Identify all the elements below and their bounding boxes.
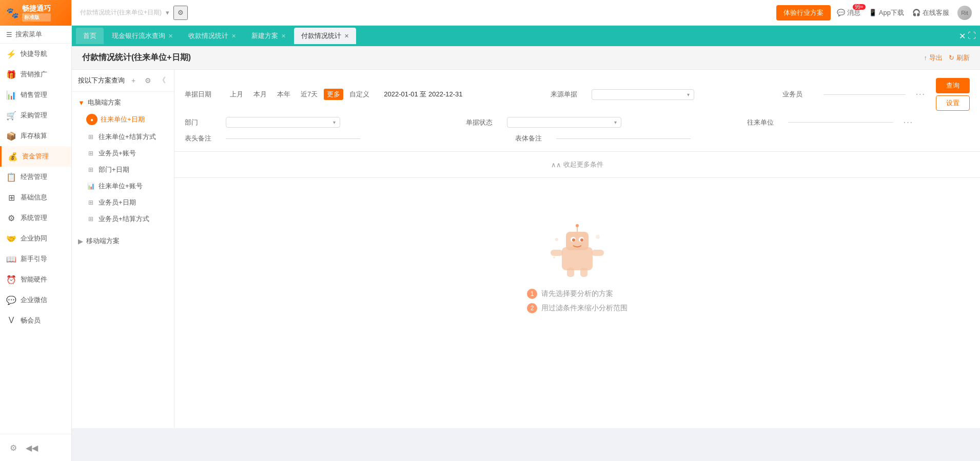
sidebar-item-business[interactable]: 📋 经营管理 xyxy=(0,167,71,187)
sidebar-item-vip[interactable]: V 畅会员 xyxy=(0,310,71,331)
svg-rect-1 xyxy=(566,232,589,250)
sidebar-item-finance[interactable]: 💰 资金管理 xyxy=(0,146,71,167)
sidebar-item-inventory[interactable]: 📦 库存核算 xyxy=(0,126,71,146)
svg-point-14 xyxy=(553,256,555,258)
sidebar-item-label: 畅会员 xyxy=(21,316,41,325)
tab-bank[interactable]: 现金银行流水查询 ✕ xyxy=(105,28,180,44)
app-download-btn[interactable]: 📱 App下载 xyxy=(869,8,904,17)
mobile-scheme-group-header[interactable]: ▶ 移动端方案 xyxy=(72,233,174,249)
tab-payment[interactable]: 付款情况统计 ✕ xyxy=(294,28,356,44)
panel-header: 按以下方案查询 + ⚙ 《 xyxy=(72,70,174,92)
tab-new-plan[interactable]: 新建方案 ✕ xyxy=(244,28,293,44)
collapse-btn[interactable]: ∧∧ 收起更多条件 xyxy=(541,156,614,173)
filter-settings-btn[interactable]: 设置 xyxy=(936,95,970,111)
dept-select[interactable]: ▾ xyxy=(226,117,340,128)
this-year-btn[interactable]: 本年 xyxy=(273,89,295,100)
tab-bank-close-icon[interactable]: ✕ xyxy=(168,33,173,39)
empty-state: 1 请先选择要分析的方案 2 用过滤条件来缩小分析范围 xyxy=(174,178,980,354)
pc-scheme-group-header[interactable]: ▼ 电脑端方案 xyxy=(72,95,174,110)
dropdown-arrow-icon[interactable]: ▾ xyxy=(166,9,169,16)
chevron-down-icon: ▼ xyxy=(78,99,85,107)
tab-bar-actions: ✕ ⛶ xyxy=(959,31,976,41)
sidebar-item-basic[interactable]: ⊞ 基础信息 xyxy=(0,187,71,208)
sidebar: 🐾 畅捷通巧 标准版 ☰ 搜索菜单 ⚡ 快捷导航 🎁 营销推广 📊 销售管理 🛒… xyxy=(0,0,72,461)
last-month-btn[interactable]: 上月 xyxy=(226,89,247,100)
scheme-item-salesman-date[interactable]: ⊞ 业务员+日期 xyxy=(72,194,174,211)
sidebar-settings-btn[interactable]: ⚙ xyxy=(6,440,21,455)
scheme-item-salesman-account[interactable]: ⊞ 业务员+账号 xyxy=(72,145,174,162)
tab-receipt-close-icon[interactable]: ✕ xyxy=(231,33,236,39)
trial-btn[interactable]: 体验行业方案 xyxy=(776,5,831,21)
purchase-icon: 🛒 xyxy=(6,110,16,121)
sidebar-item-label: 采购管理 xyxy=(21,111,47,120)
tab-bank-label: 现金银行流水查询 xyxy=(112,31,165,41)
this-month-btn[interactable]: 本月 xyxy=(249,89,271,100)
page-header-actions: ↑ 导出 ↻ 刷新 xyxy=(924,53,970,63)
scheme-item-label: 业务员+账号 xyxy=(99,149,136,158)
refresh-icon: ↻ xyxy=(949,54,954,62)
scheme-item-partner-date[interactable]: ● 往来单位+日期 xyxy=(72,110,174,129)
collapse-row: ∧∧ 收起更多条件 xyxy=(174,152,980,178)
filter-row-2: 部门 ▾ 单据状态 ▾ 往来单位 xyxy=(185,117,970,128)
tab-payment-close-icon[interactable]: ✕ xyxy=(344,33,349,39)
chart-icon: 📊 xyxy=(86,182,95,191)
sidebar-item-system[interactable]: ⚙ 系统管理 xyxy=(0,208,71,228)
panel-add-btn[interactable]: + xyxy=(128,75,139,86)
custom-date-btn[interactable]: 自定义 xyxy=(345,89,374,100)
partner-dots-btn[interactable]: ··· xyxy=(904,118,913,127)
sidebar-item-purchase[interactable]: 🛒 采购管理 xyxy=(0,105,71,126)
message-btn[interactable]: 💬 消息 99+ xyxy=(837,8,860,17)
svg-rect-10 xyxy=(567,268,574,277)
sidebar-item-sales[interactable]: 📊 销售管理 xyxy=(0,85,71,105)
search-icon: ☰ xyxy=(6,31,12,38)
tab-receipt[interactable]: 收款情况统计 ✕ xyxy=(181,28,243,44)
filter-right-actions: 查询 设置 xyxy=(936,78,970,111)
more-dates-btn[interactable]: 更多 xyxy=(324,89,343,100)
tab-payment-label: 付款情况统计 xyxy=(301,31,341,41)
doc-status-select[interactable]: ▾ xyxy=(507,117,621,128)
service-btn[interactable]: 🎧 在线客服 xyxy=(912,8,949,17)
sidebar-item-marketing[interactable]: 🎁 营销推广 xyxy=(0,64,71,85)
tab-close-all-icon[interactable]: ✕ xyxy=(959,31,966,41)
sidebar-item-quick-nav[interactable]: ⚡ 快捷导航 xyxy=(0,44,71,64)
sidebar-item-label: 新手引导 xyxy=(21,254,47,264)
tab-home[interactable]: 首页 xyxy=(76,28,104,44)
query-btn[interactable]: 查询 xyxy=(936,78,970,93)
tip-num-2: 2 xyxy=(527,303,537,313)
empty-illustration xyxy=(546,219,608,280)
panel-settings-btn[interactable]: ⚙ xyxy=(142,75,153,86)
scheme-item-partner-settle[interactable]: ⊞ 往来单位+结算方式 xyxy=(72,129,174,145)
tab-new-plan-close-icon[interactable]: ✕ xyxy=(281,33,286,39)
refresh-btn[interactable]: ↻ 刷新 xyxy=(949,53,970,63)
sidebar-item-enterprise[interactable]: 🤝 企业协同 xyxy=(0,228,71,249)
export-btn[interactable]: ↑ 导出 xyxy=(924,53,943,63)
page-title: 付款情况统计(往来单位+日期) xyxy=(82,52,191,63)
scheme-item-partner-account[interactable]: 📊 往来单位+账号 xyxy=(72,178,174,194)
right-content: 单据日期 上月 本月 本年 近7天 更多 自定义 2022-01-01 至 20… xyxy=(174,70,980,428)
source-chevron-icon: ▾ xyxy=(687,92,690,97)
tip-text-2: 用过滤条件来缩小分析范围 xyxy=(541,304,628,313)
sidebar-item-label: 智能硬件 xyxy=(21,275,47,284)
vip-icon: V xyxy=(6,315,16,326)
sidebar-item-wechat[interactable]: 💬 企业微信 xyxy=(0,290,71,310)
search-menu-btn[interactable]: ☰ 搜索菜单 xyxy=(0,26,71,44)
last-7days-btn[interactable]: 近7天 xyxy=(297,89,322,100)
panel-collapse-btn[interactable]: 《 xyxy=(156,75,168,86)
sidebar-collapse-btn[interactable]: ◀◀ xyxy=(25,440,39,455)
tab-fullscreen-icon[interactable]: ⛶ xyxy=(968,31,976,41)
source-label: 来源单据 xyxy=(551,90,581,99)
sidebar-logo: 🐾 畅捷通巧 标准版 xyxy=(0,0,71,26)
page-header: 付款情况统计(往来单位+日期) ↑ 导出 ↻ 刷新 xyxy=(72,46,980,70)
scheme-item-dept-date[interactable]: ⊞ 部门+日期 xyxy=(72,162,174,178)
sidebar-item-hardware[interactable]: ⏰ 智能硬件 xyxy=(0,269,71,290)
sidebar-item-label: 资金管理 xyxy=(22,152,49,161)
salesman-dots-btn[interactable]: ··· xyxy=(916,90,926,99)
top-header-settings-btn[interactable]: ⚙ xyxy=(173,6,188,20)
avatar[interactable]: Rit xyxy=(957,6,972,20)
scheme-item-salesman-settle[interactable]: ⊞ 业务员+结算方式 xyxy=(72,211,174,227)
sidebar-item-label: 营销推广 xyxy=(21,70,47,79)
sidebar-item-guide[interactable]: 📖 新手引导 xyxy=(0,249,71,269)
table-icon: ⊞ xyxy=(86,149,95,158)
refresh-label: 刷新 xyxy=(956,53,970,63)
source-select[interactable]: ▾ xyxy=(592,89,694,100)
